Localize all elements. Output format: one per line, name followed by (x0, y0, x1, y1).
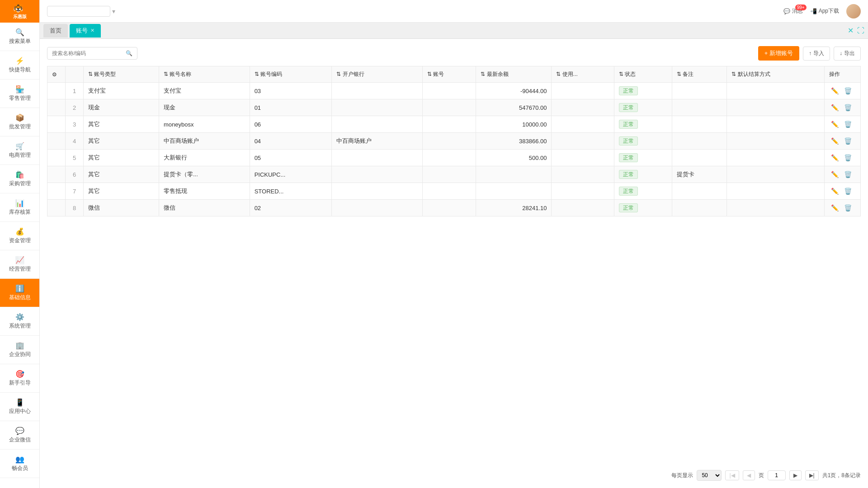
row-account (423, 116, 476, 133)
export-button[interactable]: ↓ 导出 (834, 47, 861, 61)
window-expand-btn[interactable]: ⛶ (857, 26, 864, 35)
col-status[interactable]: ⇅ 状态 (614, 66, 672, 83)
prev-page-btn[interactable]: ◀ (743, 470, 755, 480)
sidebar-item-inventory[interactable]: 📊 库存核算 (0, 193, 39, 222)
edit-button[interactable]: ✏️ (829, 136, 840, 145)
message-button[interactable]: 💬 消息 99+ (783, 7, 803, 15)
sidebar-item-quick-nav[interactable]: ⚡ 快捷导航 (0, 51, 39, 80)
edit-button[interactable]: ✏️ (829, 86, 840, 95)
col-balance[interactable]: ⇅ 最新余额 (476, 66, 552, 83)
sidebar-item-wecom[interactable]: 💬 企业微信 (0, 421, 39, 450)
wholesale-icon: 📦 (2, 113, 38, 122)
edit-button[interactable]: ✏️ (829, 203, 840, 212)
sidebar-item-retail[interactable]: 🏪 零售管理 (0, 80, 39, 108)
pagination: 每页显示 50 20 100 |◀ ◀ 页 ▶ ▶| 共1页，8条记录 (671, 470, 861, 481)
delete-button[interactable]: 🗑️ (842, 136, 854, 145)
row-type: 微信 (84, 200, 159, 216)
sidebar-item-ecommerce[interactable]: 🛒 电商管理 (0, 136, 39, 165)
col-type[interactable]: ⇅ 账号类型 (84, 66, 159, 83)
table-header: ⚙ ⇅ 账号类型 ⇅ 账号名称 ⇅ 账号编码 ⇅ 开户银行 (47, 66, 861, 83)
row-balance: 10000.00 (476, 116, 552, 133)
app-center-icon: 📱 (2, 398, 38, 407)
toolbar-right: + 新增账号 ↑ 导入 ↓ 导出 (758, 46, 861, 61)
tab-close-icon[interactable]: ✕ (90, 28, 94, 33)
table-body: 1 支付宝 支付宝 03 -90444.00 正常 ✏️ 🗑️ 2 现金 现金 … (47, 83, 861, 216)
sidebar-item-member[interactable]: 👥 畅会员 (0, 450, 39, 478)
user-avatar[interactable] (846, 4, 861, 19)
row-type: 支付宝 (84, 83, 159, 99)
per-page-select[interactable]: 50 20 100 (697, 470, 722, 481)
table-row: 5 其它 大新银行 05 500.00 正常 ✏️ 🗑️ (47, 150, 861, 166)
col-settings[interactable]: ⚙ (47, 66, 66, 83)
topbar: ▾ 💬 消息 99+ 📲 App下载 (40, 0, 868, 23)
quick-nav-icon: ⚡ (2, 56, 38, 65)
col-default-settle[interactable]: ⇅ 默认结算方式 (727, 66, 825, 83)
sidebar-item-search-menu[interactable]: 🔍 搜索菜单 (0, 23, 39, 51)
row-action: ✏️ 🗑️ (825, 83, 861, 99)
last-page-btn[interactable]: ▶| (805, 470, 819, 480)
page-input[interactable] (768, 470, 786, 480)
col-code[interactable]: ⇅ 账号编码 (250, 66, 332, 83)
col-usage[interactable]: ⇅ 使用... (552, 66, 614, 83)
sidebar-item-app-center[interactable]: 📱 应用中心 (0, 393, 39, 421)
row-settings (47, 200, 66, 216)
row-action: ✏️ 🗑️ (825, 116, 861, 133)
edit-button[interactable]: ✏️ (829, 153, 840, 162)
next-page-btn[interactable]: ▶ (789, 470, 802, 480)
import-button[interactable]: ↑ 导入 (803, 47, 830, 61)
tab-home[interactable]: 首页 (43, 24, 68, 38)
sidebar-item-label: 新手引导 (2, 379, 38, 387)
sidebar-item-business[interactable]: 📈 经营管理 (0, 250, 39, 279)
col-bank[interactable]: ⇅ 开户银行 (332, 66, 423, 83)
col-bank-label: ⇅ 开户银行 (336, 71, 364, 77)
delete-button[interactable]: 🗑️ (842, 170, 854, 179)
row-account (423, 83, 476, 99)
delete-button[interactable]: 🗑️ (842, 187, 854, 196)
sidebar-item-guide[interactable]: 🎯 新手引导 (0, 364, 39, 393)
col-name[interactable]: ⇅ 账号名称 (159, 66, 250, 83)
row-remark (672, 183, 727, 200)
delete-button[interactable]: 🗑️ (842, 86, 854, 95)
edit-button[interactable]: ✏️ (829, 103, 840, 112)
sidebar-item-system[interactable]: ⚙️ 系统管理 (0, 307, 39, 336)
edit-button[interactable]: ✏️ (829, 170, 840, 179)
col-balance-label: ⇅ 最新余额 (481, 71, 508, 77)
delete-button[interactable]: 🗑️ (842, 203, 854, 212)
row-bank (332, 116, 423, 133)
row-status: 正常 (614, 200, 672, 216)
add-account-button[interactable]: + 新增账号 (758, 46, 799, 61)
edit-button[interactable]: ✏️ (829, 120, 840, 129)
sidebar-item-purchase[interactable]: 🛍️ 采购管理 (0, 165, 39, 193)
row-type: 其它 (84, 166, 159, 183)
delete-button[interactable]: 🗑️ (842, 153, 854, 162)
per-page-label: 每页显示 (671, 472, 693, 479)
edit-button[interactable]: ✏️ (829, 187, 840, 196)
sidebar-item-finance[interactable]: 💰 资金管理 (0, 222, 39, 250)
row-usage (552, 99, 614, 116)
row-num: 5 (66, 150, 84, 166)
row-default-settle (727, 200, 825, 216)
app-download-button[interactable]: 📲 App下载 (810, 7, 839, 15)
delete-button[interactable]: 🗑️ (842, 103, 854, 112)
row-num: 7 (66, 183, 84, 200)
col-usage-label: ⇅ 使用... (556, 71, 577, 77)
col-account[interactable]: ⇅ 账号 (423, 66, 476, 83)
search-icon[interactable]: 🔍 (126, 50, 132, 56)
search-input[interactable] (52, 50, 124, 56)
row-default-settle (727, 116, 825, 133)
topbar-search-input[interactable] (47, 6, 110, 17)
window-close-btn[interactable]: ✕ (848, 26, 854, 35)
col-remark[interactable]: ⇅ 备注 (672, 66, 727, 83)
sidebar-item-wholesale[interactable]: 📦 批发管理 (0, 108, 39, 136)
sidebar-item-label: 电商管理 (2, 151, 38, 159)
row-type: 其它 (84, 116, 159, 133)
sidebar-item-label: 采购管理 (2, 180, 38, 188)
sidebar-item-enterprise[interactable]: 🏢 企业协同 (0, 336, 39, 364)
first-page-btn[interactable]: |◀ (725, 470, 739, 480)
delete-button[interactable]: 🗑️ (842, 120, 854, 129)
sidebar-item-basic-info[interactable]: ℹ️ 基础信息 (0, 279, 39, 307)
sidebar-item-label: 搜索菜单 (2, 38, 38, 45)
table-row: 8 微信 微信 02 28241.10 正常 ✏️ 🗑️ (47, 200, 861, 216)
total-label: 共1页，8条记录 (822, 472, 861, 479)
tab-accounts[interactable]: 账号 ✕ (70, 24, 101, 38)
